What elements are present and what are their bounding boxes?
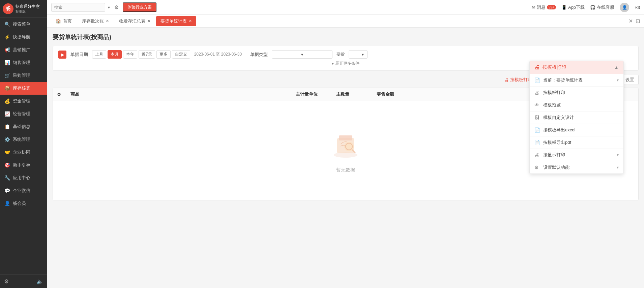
topbar-left: ▾ ⚙ 体验行业方案 xyxy=(51,2,532,12)
sidebar-item-label: 企业协同 xyxy=(13,149,30,155)
date-btn-custom[interactable]: 自定义 xyxy=(172,50,190,59)
sidebar-item-label: 经营管理 xyxy=(13,111,30,117)
tab-home[interactable]: 🏠首页 xyxy=(51,16,76,26)
tab-collect-summary[interactable]: 收发存汇总表✕ xyxy=(115,16,155,26)
chevron-right-icon: ▾ xyxy=(617,78,619,83)
doc-type-label: 单据类型 xyxy=(250,52,268,58)
phone-icon: 📱 xyxy=(561,5,567,10)
trial-button[interactable]: 体验行业方案 xyxy=(123,2,156,12)
maximize-window-icon[interactable]: ⊡ xyxy=(636,18,640,24)
tab-close-icon[interactable]: ✕ xyxy=(189,19,192,23)
dropdown-item-display-print[interactable]: 🖨按显示打印▾ xyxy=(530,149,623,161)
sidebar-item-member[interactable]: 👤畅会员 xyxy=(0,197,47,210)
quick-nav-icon: ⚡ xyxy=(4,34,10,40)
sidebar-nav: 🔍搜索菜单⚡快捷导航📢营销推广📊销售管理🛒采购管理📦库存核算💰资金管理📈经营管理… xyxy=(0,18,47,275)
nav-dropdown-btn[interactable]: ▾ xyxy=(108,5,110,10)
date-range: 2023-06-01 至 2023-06-30 xyxy=(194,52,242,57)
template-print-icon: 🖨 xyxy=(534,90,540,95)
logo-icon: 畅 xyxy=(3,3,13,14)
marketing-icon: 📢 xyxy=(4,47,10,53)
username-label: Rit xyxy=(635,5,640,10)
empty-illustration xyxy=(329,128,362,162)
sidebar-item-wechat[interactable]: 💬企业微信 xyxy=(0,184,47,197)
printer-icon: 🖨 xyxy=(534,64,540,70)
dropdown-item-template-export-pdf[interactable]: 📄按模板导出pdf xyxy=(530,136,623,149)
date-btn-this-month[interactable]: 本月 xyxy=(108,50,122,59)
dropdown-item-template-design[interactable]: 🖼模板自定义设计 xyxy=(530,111,623,124)
avatar[interactable]: 👤 xyxy=(620,3,629,12)
dropdown-close-icon[interactable]: ▲ xyxy=(614,65,619,70)
sidebar-item-label: 销售管理 xyxy=(13,60,30,66)
dropdown-item-default-func[interactable]: ⚙设置默认功能▾ xyxy=(530,161,623,173)
date-options: 上月本月本年近7天更多自定义 xyxy=(92,50,190,59)
inventory-icon: 📦 xyxy=(4,85,10,91)
finance-icon: 💰 xyxy=(4,98,10,104)
dropdown-item-template-print[interactable]: 🖨按模板打印 xyxy=(530,87,623,99)
th-settings: ⚙ xyxy=(53,91,66,97)
sidebar-item-quick-nav[interactable]: ⚡快捷导航 xyxy=(0,31,47,43)
demand-tag-select[interactable]: ▾ xyxy=(349,50,368,59)
sidebar-item-purchase[interactable]: 🛒采购管理 xyxy=(0,69,47,82)
message-badge: 99+ xyxy=(547,5,556,9)
sidebar-item-system[interactable]: ⚙️系统管理 xyxy=(0,133,47,146)
topbar-gear-icon[interactable]: ⚙ xyxy=(113,4,120,11)
template-icon: 📄 xyxy=(534,77,540,83)
filter-expand-button[interactable]: ▶ xyxy=(58,51,66,59)
sidebar-item-label: 快捷导航 xyxy=(13,34,30,40)
tab-close-icon[interactable]: ✕ xyxy=(147,19,150,23)
sidebar-item-label: 企业微信 xyxy=(13,188,30,194)
sidebar-item-marketing[interactable]: 📢营销推广 xyxy=(0,43,47,56)
divider xyxy=(246,51,246,58)
sidebar-item-search[interactable]: 🔍搜索菜单 xyxy=(0,18,47,31)
sidebar-item-inventory[interactable]: 📦库存核算 xyxy=(0,82,47,95)
template-export-excel-icon: 📄 xyxy=(534,127,540,133)
operations-icon: 📈 xyxy=(4,111,10,117)
window-controls: ✕ ⊡ xyxy=(628,18,640,24)
topbar-right: ✉ 消息 99+ 📱 App下载 🎧 在线客服 👤 Rit xyxy=(532,3,640,12)
chevron-down-icon: ▾ xyxy=(108,5,110,10)
sidebar-item-label: 系统管理 xyxy=(13,136,30,142)
sidebar-item-sales[interactable]: 📊销售管理 xyxy=(0,56,47,69)
date-btn-prev-month[interactable]: 上月 xyxy=(92,50,106,59)
search-input[interactable] xyxy=(51,3,105,12)
sidebar-item-basic[interactable]: 📋基础信息 xyxy=(0,120,47,133)
chevron-down-icon: ▾ xyxy=(301,52,303,57)
tab-close-icon[interactable]: ✕ xyxy=(106,19,109,23)
dropdown-header: 🖨 按模板打印 ▲ xyxy=(530,61,623,74)
dropdown-item-template-export-excel[interactable]: 📄按模板导出excel xyxy=(530,124,623,136)
sales-icon: 📊 xyxy=(4,60,10,66)
main-area: ▾ ⚙ 体验行业方案 ✉ 消息 99+ 📱 App下载 🎧 在线客服 👤 Rit xyxy=(47,0,644,288)
date-btn-more[interactable]: 更多 xyxy=(156,50,171,59)
message-button[interactable]: ✉ 消息 99+ xyxy=(532,4,556,10)
guide-icon: 🎯 xyxy=(4,162,10,168)
print-dropdown: 🖨 按模板打印 ▲ 📄 当前：要货单统计表 ▾ 🖨按模板打印👁模板预览🖼模板自定… xyxy=(529,61,624,174)
dropdown-item-template-preview[interactable]: 👁模板预览 xyxy=(530,99,623,111)
settings-icon[interactable]: ⚙ xyxy=(4,278,9,285)
sidebar-item-guide[interactable]: 🎯新手引导 xyxy=(0,159,47,171)
sidebar-item-label: 库存核算 xyxy=(13,85,30,91)
close-window-icon[interactable]: ✕ xyxy=(628,18,633,24)
topbar: ▾ ⚙ 体验行业方案 ✉ 消息 99+ 📱 App下载 🎧 在线客服 👤 Rit xyxy=(47,0,644,15)
system-icon: ⚙️ xyxy=(4,136,10,142)
sidebar-item-finance[interactable]: 💰资金管理 xyxy=(0,95,47,107)
sidebar-item-label: 采购管理 xyxy=(13,72,30,78)
date-btn-this-year[interactable]: 本年 xyxy=(123,50,137,59)
app-download-button[interactable]: 📱 App下载 xyxy=(561,4,585,10)
sidebar-item-cooperation[interactable]: 🤝企业协同 xyxy=(0,146,47,159)
sidebar-logo: 畅 畅康通好生意 标准版 xyxy=(0,0,47,18)
date-btn-last-7[interactable]: 近7天 xyxy=(139,50,155,59)
sidebar-bottom: ⚙ 🔈 xyxy=(0,275,47,288)
tab-order-stats[interactable]: 要货单统计表✕ xyxy=(156,16,196,26)
cooperation-icon: 🤝 xyxy=(4,149,10,155)
display-print-icon: 🖨 xyxy=(534,152,540,158)
current-template-item[interactable]: 📄 当前：要货单统计表 ▾ xyxy=(530,74,623,87)
tab-inventory-batch[interactable]: 库存批次账✕ xyxy=(78,16,113,26)
sound-icon[interactable]: 🔈 xyxy=(36,278,43,285)
sidebar-item-appstore[interactable]: 🔧应用中心 xyxy=(0,171,47,184)
online-service-button[interactable]: 🎧 在线客服 xyxy=(590,4,614,10)
svg-rect-2 xyxy=(339,135,352,140)
tabbar: 🏠首页库存批次账✕收发存汇总表✕要货单统计表✕ ✕ ⊡ xyxy=(47,15,644,28)
sidebar-item-operations[interactable]: 📈经营管理 xyxy=(0,107,47,120)
doc-type-select[interactable]: ▾ xyxy=(272,50,332,59)
sidebar-item-label: 应用中心 xyxy=(13,175,30,181)
